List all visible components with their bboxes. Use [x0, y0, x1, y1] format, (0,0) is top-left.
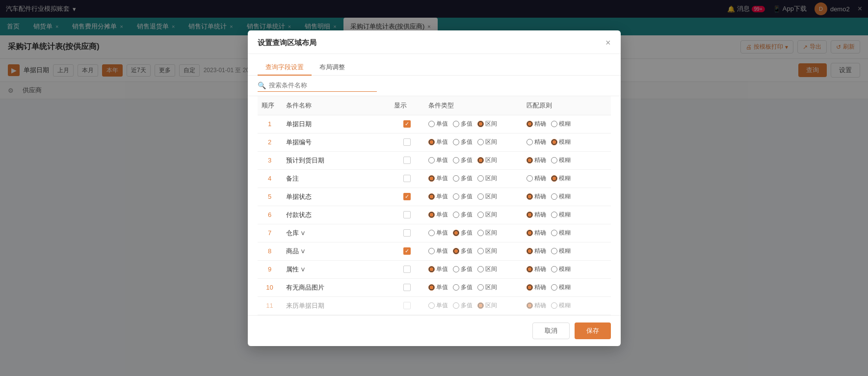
modal-close-btn[interactable]: × — [605, 38, 611, 47]
modal-table-wrap: 顺序 条件名称 显示 条件类型 匹配原则 1单据日期单值多值区间精确模糊2单据编… — [248, 96, 621, 100]
modal-title: 设置查询区域布局 — [258, 38, 316, 48]
col-header-order: 顺序 — [258, 96, 282, 100]
modal-header: 设置查询区域布局 × — [248, 30, 621, 54]
modal-search-area: 🔍 — [248, 76, 621, 96]
col-header-type: 条件类型 — [424, 96, 523, 100]
modal-tab-field-settings[interactable]: 查询字段设置 — [258, 60, 312, 76]
modal-overlay: 设置查询区域布局 × 查询字段设置 布局调整 🔍 顺序 — [0, 0, 868, 99]
search-icon: 🔍 — [258, 81, 266, 89]
modal-tab-field-settings-label: 查询字段设置 — [265, 63, 304, 71]
modal-tab-layout-adjust-label: 布局调整 — [319, 63, 345, 71]
search-input[interactable] — [269, 81, 377, 89]
col-header-match: 匹配原则 — [523, 96, 611, 100]
col-header-display: 显示 — [390, 96, 424, 100]
col-header-name: 条件名称 — [282, 96, 390, 100]
modal-dialog: 设置查询区域布局 × 查询字段设置 布局调整 🔍 顺序 — [248, 30, 621, 100]
modal-search-underline: 🔍 — [258, 81, 377, 92]
modal-tab-bar: 查询字段设置 布局调整 — [248, 54, 621, 76]
conditions-table: 顺序 条件名称 显示 条件类型 匹配原则 1单据日期单值多值区间精确模糊2单据编… — [258, 96, 611, 100]
modal-tab-layout-adjust[interactable]: 布局调整 — [312, 60, 353, 76]
